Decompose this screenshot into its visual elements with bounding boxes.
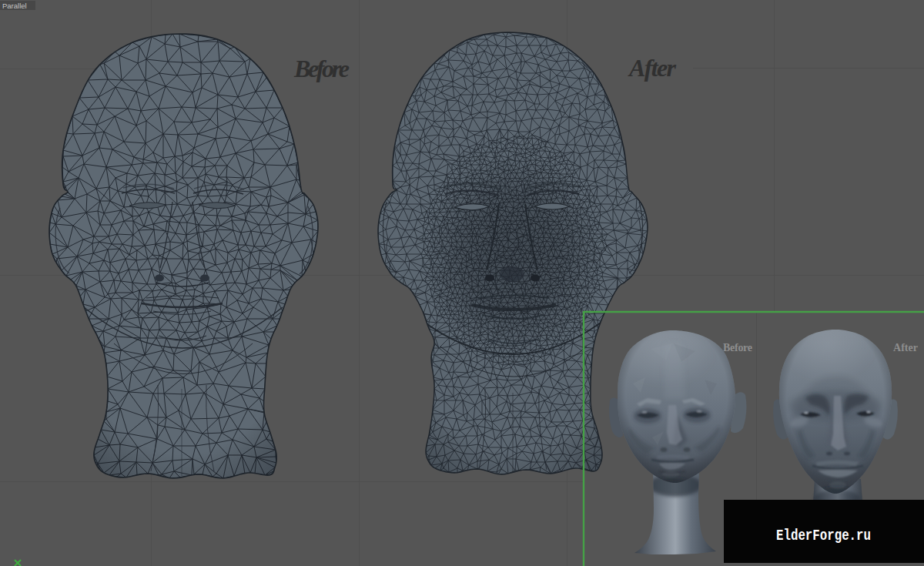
- svg-text:Before: Before: [293, 55, 350, 82]
- svg-text:After: After: [628, 54, 677, 82]
- svg-text:Before: Before: [723, 342, 752, 353]
- svg-text:ElderForge.ru: ElderForge.ru: [776, 527, 871, 544]
- svg-text:After: After: [893, 342, 918, 353]
- svg-text:Parallel: Parallel: [2, 2, 27, 10]
